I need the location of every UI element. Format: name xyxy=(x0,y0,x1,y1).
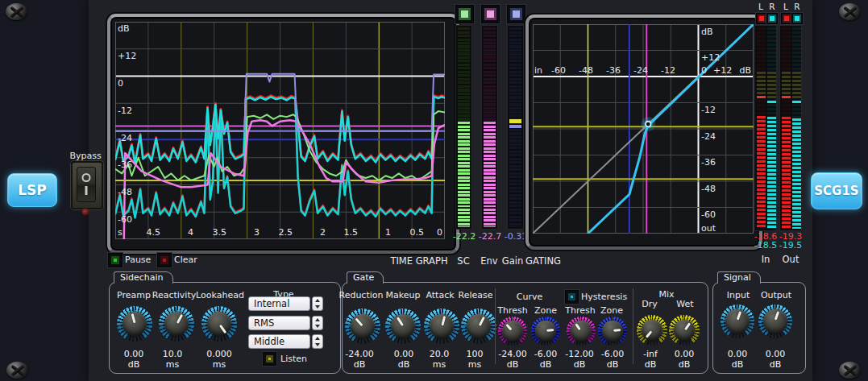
hysteresis-button[interactable] xyxy=(565,290,579,304)
preamp-knob[interactable] xyxy=(117,306,152,342)
mix-label: Mix xyxy=(658,289,674,300)
curve-zone-value: -6.00 xyxy=(534,349,557,359)
svg-text:0: 0 xyxy=(118,78,123,89)
dry-unit: dB xyxy=(645,359,657,370)
curve-zone-unit: dB xyxy=(540,359,552,370)
reactivity-unit: ms xyxy=(166,359,179,370)
wet-unit: dB xyxy=(679,359,691,370)
makeup-knob[interactable] xyxy=(385,309,421,344)
svg-text:-48: -48 xyxy=(118,187,132,197)
divider xyxy=(495,288,496,364)
curve-thresh-knob[interactable] xyxy=(498,317,527,346)
curve-zone-label: Zone xyxy=(534,305,557,316)
env-meter xyxy=(481,25,498,230)
dry-knob[interactable] xyxy=(637,315,667,346)
reactivity-value: 10.0 xyxy=(163,349,183,359)
attack-unit: ms xyxy=(433,359,446,370)
attack-knob[interactable] xyxy=(424,309,459,344)
output-label: Output xyxy=(761,290,791,300)
screw-icon xyxy=(839,362,861,379)
sidechain-type-select[interactable]: Internal xyxy=(248,296,310,311)
out-right-toggle[interactable] xyxy=(791,13,803,24)
sidechain-mode-select[interactable]: RMS xyxy=(248,316,310,330)
svg-text:dB: dB xyxy=(739,65,751,76)
dry-value: -inf xyxy=(643,349,658,359)
svg-text:3.5: 3.5 xyxy=(213,227,227,238)
sc-meter-toggle[interactable] xyxy=(455,5,474,23)
svg-text:-24: -24 xyxy=(633,65,648,76)
hyst-thresh-knob[interactable] xyxy=(567,317,596,346)
in-meter-label: In xyxy=(762,254,770,265)
input-knob[interactable] xyxy=(721,304,754,338)
sidechain-source-spinner[interactable] xyxy=(312,334,323,349)
svg-text:0: 0 xyxy=(437,227,442,238)
makeup-value: 0.00 xyxy=(394,349,414,359)
bypass-label: Bypass xyxy=(69,151,101,161)
curve-thresh-value: -24.00 xyxy=(498,349,526,359)
in-right-value: -18.5 xyxy=(754,240,777,251)
out-left-toggle[interactable] xyxy=(781,13,792,24)
listen-label: Listen xyxy=(280,354,307,364)
curve-zone-knob[interactable] xyxy=(531,317,560,346)
out-right-value: -19.5 xyxy=(779,240,802,251)
in-right-toggle[interactable] xyxy=(766,13,778,24)
sidechain-type-spinner[interactable] xyxy=(312,296,323,311)
env-meter-toggle[interactable] xyxy=(481,5,500,23)
svg-text:0: 0 xyxy=(701,65,707,76)
in-meter xyxy=(754,25,777,231)
channel-label: R xyxy=(769,2,775,11)
pause-button[interactable] xyxy=(108,253,123,267)
bypass-switch[interactable] xyxy=(71,161,103,209)
output-unit: dB xyxy=(770,359,782,370)
screw-icon xyxy=(6,362,28,379)
svg-text:dB: dB xyxy=(118,23,130,34)
curve-thresh-unit: dB xyxy=(507,359,519,370)
switch-on-icon xyxy=(85,186,88,195)
sidechain-mode-spinner[interactable] xyxy=(312,316,323,330)
in-left-toggle[interactable] xyxy=(756,13,767,24)
svg-text:-24: -24 xyxy=(118,133,132,143)
release-knob[interactable] xyxy=(461,309,496,344)
sc-meter-fill xyxy=(458,122,470,227)
screw-icon xyxy=(839,3,861,20)
lookahead-knob[interactable] xyxy=(201,306,237,342)
wet-knob[interactable] xyxy=(669,315,700,346)
reduction-knob[interactable] xyxy=(345,309,380,344)
lookahead-unit: ms xyxy=(213,359,226,370)
svg-text:1: 1 xyxy=(385,227,391,238)
env-label: Env xyxy=(480,255,497,267)
hyst-zone-knob[interactable] xyxy=(598,317,627,346)
switch-off-icon xyxy=(82,173,91,182)
reactivity-knob[interactable] xyxy=(159,306,194,342)
model-button[interactable]: SCG1S xyxy=(811,172,862,209)
reactivity-label: Reactivity xyxy=(152,290,196,300)
reduction-label: Reduction xyxy=(339,290,384,300)
listen-button[interactable] xyxy=(263,352,276,366)
output-knob[interactable] xyxy=(758,304,792,338)
svg-text:-24: -24 xyxy=(701,131,716,142)
gating-curve-graph[interactable]: in-60-48-36-24-120+12dBdB+12-12-24-36-48… xyxy=(533,24,754,234)
svg-text:3: 3 xyxy=(254,227,260,238)
env-meter-fill xyxy=(484,122,496,227)
svg-text:-48: -48 xyxy=(701,184,716,194)
svg-text:out: out xyxy=(701,223,716,234)
clear-button[interactable] xyxy=(157,253,172,267)
hyst-thresh-unit: dB xyxy=(574,359,586,370)
preamp-label: Preamp xyxy=(117,290,151,300)
channel-label: R xyxy=(794,2,799,11)
bypass-rocker[interactable] xyxy=(77,167,96,202)
hysteresis-label: Hysteresis xyxy=(581,292,627,302)
preamp-value: 0.00 xyxy=(124,349,144,359)
gate-tab: Gate xyxy=(347,271,384,284)
channel-label: L xyxy=(758,2,763,11)
svg-text:-36: -36 xyxy=(701,157,716,168)
svg-text:+12: +12 xyxy=(701,52,720,63)
sc-meter xyxy=(455,25,472,230)
sidechain-source-select[interactable]: Middle xyxy=(248,334,310,349)
lsp-logo-button[interactable]: LSP xyxy=(7,173,57,207)
signal-tab: Signal xyxy=(717,271,761,284)
gain-meter-toggle[interactable] xyxy=(507,5,525,23)
svg-text:dB: dB xyxy=(701,27,713,37)
svg-text:s: s xyxy=(118,227,123,238)
gain-meter xyxy=(507,25,524,230)
